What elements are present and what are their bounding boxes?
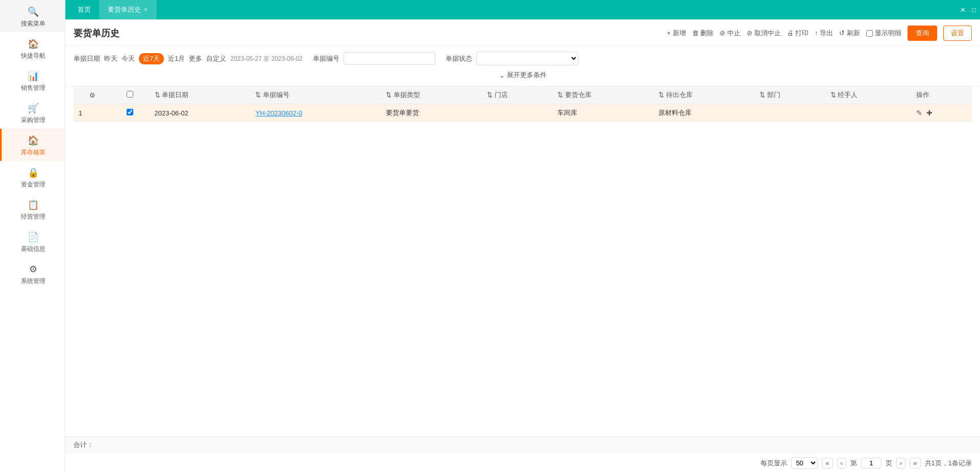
table-area: ⚙ ⇅ 单据日期 ⇅ 单据编号 ⇅ 单据类型 ⇅ 门店 ⇅ 要货仓库 ⇅ 待出仓… (65, 86, 980, 437)
expand-more-icon: ⌄ (499, 72, 505, 79)
cell-department (754, 104, 825, 122)
sidebar-item-sales[interactable]: 📊销售管理 (0, 64, 65, 97)
stop-button[interactable]: ⊘ 中止 (720, 29, 741, 38)
sidebar-item-search-menu[interactable]: 🔍搜索菜单 (0, 0, 65, 32)
tab-bar: 首页要货单历史 × ✕ □ (65, 0, 980, 19)
page-number-input[interactable] (861, 458, 881, 468)
main-area: 首页要货单历史 × ✕ □ 要货单历史 + 新增 🗑 删除 ⊘ 中止 ⊘ 取消中… (65, 0, 980, 473)
sidebar-item-label: 系统管理 (21, 277, 45, 286)
toolbar: + 新增 🗑 删除 ⊘ 中止 ⊘ 取消中止 🖨 打印 ↑ 导出 ↺ 刷新 显示明… (667, 26, 972, 41)
sidebar-item-quick-nav[interactable]: 🏠快捷导航 (0, 32, 65, 64)
page-title: 要货单历史 (74, 27, 667, 39)
tab-home[interactable]: 首页 (69, 0, 100, 19)
col-store[interactable]: ⇅ 门店 (482, 86, 553, 104)
col-handler[interactable]: ⇅ 经手人 (825, 86, 911, 104)
sidebar-item-system[interactable]: ⚙系统管理 (0, 257, 65, 290)
date-shortcut-more[interactable]: 更多 (189, 54, 202, 63)
window-maximize-btn[interactable]: □ (972, 6, 976, 14)
next-page-btn[interactable]: › (896, 458, 905, 468)
tab-requisition-history-close[interactable]: × (144, 6, 148, 13)
show-detail-label: 显示明细 (875, 29, 901, 38)
date-filter-group: 单据日期 昨天今天近7天近1月更多自定义 2023-05-27 至 2023-0… (74, 53, 303, 64)
sidebar-item-label: 快捷导航 (21, 52, 45, 60)
tab-requisition-history[interactable]: 要货单历史 × (100, 0, 156, 19)
date-shortcut-yesterday[interactable]: 昨天 (104, 54, 117, 63)
col-doc-date[interactable]: ⇅ 单据日期 (150, 86, 251, 104)
col-settings[interactable]: ⚙ (74, 86, 111, 104)
cell-doc-date: 2023-06-02 (150, 104, 251, 122)
doc-number-input[interactable] (344, 52, 435, 65)
cell-req-warehouse: 车间库 (552, 104, 653, 122)
doc-status-filter-group: 单据状态 (446, 52, 578, 65)
col-doc-type[interactable]: ⇅ 单据类型 (381, 86, 482, 104)
row-edit-btn[interactable]: ✎ (916, 109, 922, 117)
col-req-warehouse[interactable]: ⇅ 要货仓库 (552, 86, 653, 104)
purchase-icon: 🛒 (28, 103, 39, 114)
content-area: 要货单历史 + 新增 🗑 删除 ⊘ 中止 ⊘ 取消中止 🖨 打印 ↑ 导出 ↺ … (65, 19, 980, 473)
doc-number-filter-group: 单据编号 (313, 52, 435, 65)
col-department[interactable]: ⇅ 部门 (754, 86, 825, 104)
cell-handler (825, 104, 911, 122)
table-head: ⚙ ⇅ 单据日期 ⇅ 单据编号 ⇅ 单据类型 ⇅ 门店 ⇅ 要货仓库 ⇅ 待出仓… (74, 86, 972, 104)
total-info: 共1页，1条记录 (925, 459, 972, 468)
query-button[interactable]: 查询 (908, 26, 937, 41)
sidebar-item-label: 基础信息 (21, 245, 45, 253)
delete-button[interactable]: 🗑 删除 (692, 29, 714, 38)
date-shortcuts: 昨天今天近7天近1月更多自定义 (104, 53, 226, 64)
show-detail-checkbox[interactable] (866, 30, 873, 37)
settings-button[interactable]: 设置 (943, 26, 972, 41)
export-button[interactable]: ↑ 导出 (815, 29, 833, 38)
finance-icon: 🔒 (28, 167, 39, 178)
row-delete-btn[interactable]: ✚ (926, 109, 933, 117)
cell-checkbox[interactable] (111, 104, 149, 122)
data-table: ⚙ ⇅ 单据日期 ⇅ 单据编号 ⇅ 单据类型 ⇅ 门店 ⇅ 要货仓库 ⇅ 待出仓… (74, 86, 972, 122)
doc-number-link[interactable]: YH-20230602-0 (255, 109, 302, 117)
show-detail-toggle[interactable]: 显示明细 (866, 29, 901, 38)
date-shortcut-today[interactable]: 今天 (121, 54, 135, 63)
expand-more-label: 展开更多条件 (507, 70, 547, 80)
row-checkbox[interactable] (127, 109, 133, 115)
operations-icon: 📋 (28, 199, 39, 210)
filter-row-1: 单据日期 昨天今天近7天近1月更多自定义 2023-05-27 至 2023-0… (74, 52, 972, 65)
sidebar-item-label: 采购管理 (21, 116, 45, 125)
page-header: 要货单历史 + 新增 🗑 删除 ⊘ 中止 ⊘ 取消中止 🖨 打印 ↑ 导出 ↺ … (65, 19, 980, 45)
window-close-btn[interactable]: ✕ (960, 6, 966, 14)
col-pending-warehouse[interactable]: ⇅ 待出仓库 (653, 86, 754, 104)
sidebar-item-label: 销售管理 (21, 84, 45, 92)
search-menu-icon: 🔍 (28, 6, 39, 17)
sidebar-item-purchase[interactable]: 🛒采购管理 (0, 97, 65, 129)
system-icon: ⚙ (29, 264, 37, 275)
doc-status-select[interactable] (476, 52, 578, 65)
quick-nav-icon: 🏠 (28, 38, 39, 50)
sidebar-item-label: 库存核算 (21, 148, 45, 157)
filter-area: 单据日期 昨天今天近7天近1月更多自定义 2023-05-27 至 2023-0… (65, 45, 980, 86)
date-shortcut-custom[interactable]: 自定义 (206, 54, 226, 63)
cell-store (482, 104, 553, 122)
sales-icon: 📊 (28, 70, 39, 82)
date-shortcut-last1month[interactable]: 近1月 (168, 54, 185, 63)
page-size-select[interactable]: 20 50 100 (791, 457, 818, 469)
table-body: 1 2023-06-02 YH-20230602-0 要货单要货 车间库 原材料… (74, 104, 972, 122)
sidebar-item-operations[interactable]: 📋经营管理 (0, 193, 65, 225)
page-prefix: 第 (850, 459, 857, 468)
select-all-checkbox[interactable] (127, 91, 133, 98)
new-button[interactable]: + 新增 (667, 29, 686, 38)
col-actions: 操作 (911, 86, 972, 104)
doc-number-label: 单据编号 (313, 54, 339, 63)
last-page-btn[interactable]: » (910, 458, 920, 468)
expand-more-btn[interactable]: ⌄ 展开更多条件 (499, 70, 547, 80)
sidebar: 🔍搜索菜单🏠快捷导航📊销售管理🛒采购管理🏠库存核算🔒资金管理📋经营管理📄基础信息… (0, 0, 65, 473)
first-page-btn[interactable]: « (822, 458, 832, 468)
print-button[interactable]: 🖨 打印 (787, 29, 809, 38)
date-shortcut-last7days[interactable]: 近7天 (139, 53, 164, 64)
inventory-icon: 🏠 (28, 135, 39, 146)
cancel-stop-button[interactable]: ⊘ 取消中止 (747, 29, 781, 38)
basics-icon: 📄 (28, 231, 39, 243)
prev-page-btn[interactable]: ‹ (837, 458, 846, 468)
table-row[interactable]: 1 2023-06-02 YH-20230602-0 要货单要货 车间库 原材料… (74, 104, 972, 122)
sidebar-item-basics[interactable]: 📄基础信息 (0, 225, 65, 257)
sidebar-item-inventory[interactable]: 🏠库存核算 (0, 129, 65, 161)
refresh-button[interactable]: ↺ 刷新 (839, 29, 860, 38)
col-doc-number[interactable]: ⇅ 单据编号 (250, 86, 380, 104)
sidebar-item-finance[interactable]: 🔒资金管理 (0, 161, 65, 193)
